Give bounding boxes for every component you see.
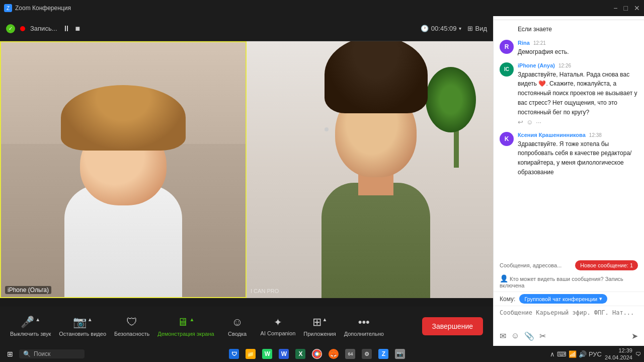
view-label: Вид — [475, 25, 487, 32]
addressed-messages-label: Сообщения, адресова... — [500, 262, 561, 268]
security-shield-icon: ✓ — [6, 24, 15, 33]
grid-icon: ⊞ — [467, 25, 473, 32]
chat-input-area: ✉ ☺ 📎 ✂ ➤ — [494, 306, 644, 346]
reactions-icon: ☺ — [231, 316, 243, 329]
start-button[interactable]: ⊞ — [3, 347, 17, 361]
apps-button[interactable]: ⊞ ▲ Приложения — [303, 316, 336, 337]
more-icon: ••• — [358, 316, 370, 329]
apps-icon: ⊞ — [312, 316, 321, 329]
maximize-button[interactable]: □ — [624, 4, 628, 12]
avatar: IC — [500, 62, 514, 77]
share-screen-icon: 🖥 — [177, 316, 188, 329]
title-bar-left: Z Zoom Конференция — [4, 4, 71, 12]
timer-chevron[interactable]: ▾ — [459, 26, 461, 31]
participant-left-label: iPhone (Ольга) — [5, 286, 51, 294]
taskbar-date-display: 24.04.2024 — [605, 354, 632, 361]
recipient-dropdown[interactable]: Групповой чат конференции ▾ — [519, 294, 607, 304]
chat-recipient-row: Кому: Групповой чат конференции ▾ — [494, 292, 644, 306]
zoom-app-icon: Z — [4, 4, 12, 12]
more-action-icon[interactable]: ··· — [536, 118, 541, 126]
ai-companion-button[interactable]: ✦ AI Companion — [261, 316, 296, 336]
tray-arrow[interactable]: ∧ — [550, 350, 555, 358]
taskbar-search[interactable]: 🔍 Поиск — [19, 349, 85, 358]
ai-companion-label: AI Companion — [261, 330, 296, 336]
taskbar-app-settings[interactable]: ⚙ — [359, 347, 374, 361]
stop-recording-button[interactable]: ■ — [75, 24, 80, 33]
video-participant-left: iPhone (Ольга) — [0, 41, 247, 298]
message-content: Rina 12:21 Демография есть. — [518, 40, 638, 56]
share-screen-label: Демонстрация экрана — [157, 331, 214, 337]
taskbar-app-chrome[interactable] — [309, 347, 325, 361]
tray-network[interactable]: 📶 — [569, 350, 577, 358]
share-arrow[interactable]: ▲ — [189, 317, 194, 322]
taskbar-app-word[interactable]: W — [276, 347, 291, 361]
file-upload-icon[interactable]: ✉ — [500, 331, 506, 341]
video-participant-right: I CAN PRO — [247, 41, 493, 298]
end-meeting-button[interactable]: Завершение — [422, 317, 483, 335]
taskbar-app-icons: 🛡 📁 W W X 🦊 64 — [226, 347, 408, 361]
attachment-icon[interactable]: 📎 — [524, 331, 534, 341]
emoji-icon[interactable]: ☺ — [511, 331, 519, 341]
title-bar: Z Zoom Конференция − □ ✕ — [0, 0, 644, 16]
list-item: K Ксения Крашенинникова 12:38 Здравствуй… — [500, 132, 638, 177]
list-item: R Rina 12:21 Демография есть. — [500, 40, 638, 56]
avatar: R — [500, 40, 514, 54]
mute-button[interactable]: 🎤 ▲ Выключить звук — [10, 316, 51, 337]
more-label: Дополнительно — [344, 331, 384, 337]
notification-button[interactable]: 🗨 — [635, 351, 641, 357]
minimize-button[interactable]: − — [613, 4, 617, 12]
react-icon[interactable]: ☺ — [526, 118, 533, 126]
taskbar-right: ∧ ⌨ 📶 🔊 РУС 12:39 24.04.2024 🗨 — [550, 347, 641, 361]
taskbar-time-display: 12:39 — [605, 347, 632, 354]
security-button[interactable]: 🛡 Безопасность — [114, 316, 149, 337]
video-area: iPhone (Ольга) — [0, 41, 493, 298]
taskbar-app-firefox[interactable]: 🦊 — [326, 347, 341, 361]
message-sender: Ксения Крашенинникова 12:38 — [518, 132, 638, 138]
security-icon: 🛡 — [126, 316, 137, 329]
apps-arrow[interactable]: ▲ — [323, 317, 328, 322]
taskbar-app-excel[interactable]: X — [293, 347, 308, 361]
send-icon[interactable]: ➤ — [631, 331, 638, 341]
mute-arrow[interactable]: ▲ — [35, 317, 40, 322]
share-screen-button[interactable]: 🖥 ▲ Демонстрация экрана — [157, 316, 214, 337]
title-bar-controls[interactable]: − □ ✕ — [613, 4, 640, 12]
view-selector[interactable]: ⊞ Вид — [467, 25, 487, 32]
main-toolbar: ✓ Запись... ⏸ ■ 🕐 00:45:09 ▾ ⊞ Вид — [0, 16, 493, 41]
taskbar-app-whatsapp[interactable]: W — [260, 347, 275, 361]
tray-keyboard[interactable]: ⌨ — [557, 350, 567, 358]
taskbar-app-64[interactable]: 64 — [343, 347, 358, 361]
new-message-notification[interactable]: Новое сообщение: 1 — [575, 260, 638, 270]
bottom-toolbar: 🎤 ▲ Выключить звук 📷 ▲ Остановить видео … — [0, 307, 493, 346]
message-content: Если знаете — [518, 24, 638, 34]
message-text: Здравствуйте. Я тоже хотела бы попробова… — [518, 140, 631, 176]
toolbar-right: 🕐 00:45:09 ▾ ⊞ Вид — [421, 25, 487, 32]
taskbar-clock[interactable]: 12:39 24.04.2024 — [605, 347, 632, 361]
reply-icon[interactable]: ↩ — [518, 118, 523, 126]
taskbar-app-zoom[interactable]: Z — [376, 347, 391, 361]
apps-label: Приложения — [303, 331, 336, 337]
taskbar-app-explorer[interactable]: 📁 — [243, 347, 258, 361]
window-title: Zoom Конференция — [15, 5, 71, 12]
taskbar-left: ⊞ 🔍 Поиск — [3, 347, 85, 361]
taskbar-app-camera[interactable]: 📷 — [392, 347, 408, 361]
reactions-label: Сводка — [228, 331, 247, 337]
chat-panel: Карьерный эфир. ФПГ. На... ··· ⬡ ✕ Если … — [493, 0, 644, 346]
tray-volume[interactable]: 🔊 — [579, 350, 587, 358]
reactions-button[interactable]: ☺ Сводка — [222, 316, 253, 337]
ai-companion-icon: ✦ — [274, 316, 282, 328]
more-button[interactable]: ••• Дополнительно — [344, 316, 384, 337]
camera-arrow[interactable]: ▲ — [88, 317, 93, 322]
close-button[interactable]: ✕ — [634, 4, 640, 12]
time-display: 00:45:09 — [431, 25, 457, 32]
pause-icon[interactable]: ⏸ — [62, 24, 70, 33]
chat-message-input[interactable] — [500, 309, 638, 327]
camera-icon: 📷 — [73, 316, 87, 329]
svg-point-2 — [315, 352, 318, 355]
tray-language[interactable]: РУС — [589, 350, 602, 358]
clock-icon: 🕐 — [421, 25, 429, 32]
camera-button[interactable]: 📷 ▲ Остановить видео — [59, 316, 106, 337]
chat-notification-bar: Сообщения, адресова... Новое сообщение: … — [494, 258, 644, 272]
screenshot-icon[interactable]: ✂ — [539, 331, 546, 341]
taskbar-app-defender[interactable]: 🛡 — [226, 347, 242, 361]
message-content: iPhone (Anya) 12:26 Здравствуйте, Наталь… — [518, 62, 638, 126]
